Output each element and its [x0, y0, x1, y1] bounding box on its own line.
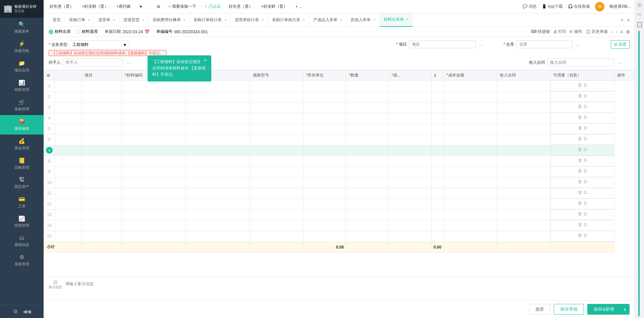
tab-purchase-fee[interactable]: 采购费用分摊单 × [149, 13, 190, 27]
sidebar-item-ops[interactable]: 📈 经营管理 [0, 212, 44, 231]
row-1-income-contract[interactable] [443, 81, 497, 92]
row-11-copy[interactable]: ⧉ [584, 190, 587, 197]
user-avatar[interactable]: 畅 [595, 2, 604, 11]
right-panel-icon-3[interactable]: 📋 [636, 21, 643, 28]
outer-nav-item-good-fin[interactable]: +好业财（普） [79, 0, 111, 13]
project-dots[interactable]: ... [478, 42, 484, 47]
col-cost-info[interactable]: ℹ [431, 70, 443, 81]
row-1-delete[interactable]: 🗑 [578, 82, 582, 90]
close-tab-goods-return[interactable]: × [142, 18, 144, 22]
app-download-btn[interactable]: 📱 App下载 [542, 4, 563, 9]
outer-nav-item-good-biz[interactable]: 好生意（普） [47, 0, 76, 13]
tab-home[interactable]: 首页 [49, 13, 65, 27]
row-1-qty[interactable] [303, 81, 346, 92]
row-1-copy[interactable]: ⧉ [584, 82, 587, 90]
tab-order-exec[interactable]: 采购订单执行表 × [268, 13, 309, 27]
discard-button[interactable]: 放弃 [529, 304, 550, 315]
tab-other-inbound[interactable]: 其他入库单 × [346, 13, 380, 27]
add-row-button[interactable]: + [46, 147, 53, 154]
sidebar-item-ledger[interactable]: 📒 总账管理 [0, 154, 44, 173]
row-4-delete[interactable]: 🗑 [578, 114, 582, 122]
settings-icon[interactable]: ⚙ [154, 0, 163, 13]
row-2-income-contract[interactable] [443, 91, 497, 102]
row-2-cost-amount[interactable] [431, 91, 443, 102]
outer-nav-good-biz2[interactable]: 好生意（普） [226, 0, 256, 13]
sidebar-item-base[interactable]: 🗂 基础信息 [0, 231, 44, 251]
active-row-col10[interactable] [443, 145, 497, 156]
outer-nav-item-agency[interactable]: +易代账 [114, 0, 133, 13]
row-2-project[interactable] [55, 91, 82, 102]
row-1-unit[interactable] [250, 81, 303, 92]
row-13-delete[interactable]: 🗑 [578, 211, 582, 218]
radio-material-out[interactable]: 材料出库 [49, 29, 71, 35]
scroll-bar[interactable] [638, 31, 640, 316]
outer-nav-try[interactable]: ○ 我要体验一下 [166, 0, 199, 13]
row-8-delete[interactable]: 🗑 [578, 157, 582, 165]
sidebar-item-finance[interactable]: 💰 资金管理 [0, 135, 44, 154]
collapse-icon[interactable]: ◀◀ [23, 308, 31, 315]
nav-prev[interactable]: ‹ [611, 30, 612, 34]
row-8-copy[interactable]: ⧉ [584, 157, 587, 165]
view-list-btn[interactable]: ≡ [621, 30, 623, 34]
gear-icon-col[interactable]: ⚙ [47, 73, 50, 78]
close-tab-purchase-fee[interactable]: × [183, 18, 185, 22]
active-row-col3[interactable] [122, 145, 186, 156]
income-contract-input[interactable] [547, 58, 614, 66]
save-new-arrow-button[interactable]: ∧ [620, 304, 630, 315]
settings-button[interactable]: ⚙ 设置 [611, 40, 630, 49]
row-1-material-name[interactable] [122, 81, 186, 92]
row-2-material-name[interactable] [122, 91, 186, 102]
history-btn[interactable]: 📋 历史单据 [586, 29, 608, 35]
tab-goods-return[interactable]: 进退货货 × [119, 13, 149, 27]
outer-nav-good-fin2[interactable]: +好业财（普） [258, 0, 290, 13]
sidebar-item-project[interactable]: 📁 项目合同 [0, 57, 44, 76]
business-type-select[interactable]: 工程领料 ▼ [69, 40, 130, 49]
close-tooltip[interactable]: × [204, 58, 207, 63]
row-2-delete[interactable]: 🗑 [578, 93, 582, 100]
row-15-delete[interactable]: 🗑 [578, 232, 582, 240]
operation-btn[interactable]: ⊕ 操作 [570, 29, 582, 35]
active-row-col4[interactable] [186, 145, 250, 156]
calendar-icon[interactable]: 📅 [145, 30, 150, 34]
row-15-copy[interactable]: ⧉ [584, 232, 587, 240]
close-tab-other-inbound[interactable]: × [373, 18, 375, 22]
close-tab-finished-goods[interactable]: × [340, 18, 342, 22]
close-tab-goods-receipt[interactable]: × [113, 18, 115, 22]
row-2-qty[interactable] [303, 91, 346, 102]
row-10-delete[interactable]: 🗑 [578, 179, 582, 186]
right-panel-icon-1[interactable]: ⊞ [637, 2, 642, 8]
save-new-main-button[interactable]: 保存&新增 [587, 304, 620, 315]
tab-purchase-stats[interactable]: 采购订单统计表 × [190, 13, 231, 27]
sidebar-item-purchase[interactable]: 🛒 采购管理 [0, 96, 44, 115]
tab-view-list[interactable]: ≡ [627, 18, 630, 22]
active-row-col5[interactable] [250, 145, 303, 156]
row-1-project[interactable] [55, 81, 82, 92]
outer-nav-certified[interactable]: ✓ 已认证 [202, 0, 223, 13]
row-3-delete[interactable]: 🗑 [578, 104, 582, 111]
notes-input[interactable] [65, 280, 630, 297]
col-gear[interactable]: ⚙ [44, 70, 55, 81]
project-input[interactable] [409, 40, 476, 48]
settings-bottom-icon[interactable]: ⚙ [13, 308, 18, 315]
row-1-spec[interactable] [186, 81, 250, 92]
tab-material-outbound[interactable]: 材料出库单 × [380, 13, 413, 27]
sidebar-item-inventory[interactable]: 📦 库存核算 [0, 115, 44, 135]
sidebar-item-system[interactable]: ⚙ 系统管理 [0, 251, 44, 270]
row-6-copy[interactable]: ⧉ [584, 136, 587, 143]
person-dots[interactable]: ... [125, 60, 131, 65]
row-2-material-code[interactable] [82, 91, 122, 102]
income-contract-dots[interactable]: ... [616, 60, 622, 65]
active-row-col9[interactable] [431, 145, 443, 156]
row-2-spec[interactable] [186, 91, 250, 102]
active-row-delete[interactable]: 🗑 [578, 147, 582, 154]
active-row-col6[interactable] [303, 145, 346, 156]
row-3-copy[interactable]: ⧉ [584, 104, 587, 111]
tab-finished-goods[interactable]: 产成品入库单 × [309, 13, 346, 27]
row-1-material-code[interactable] [82, 81, 122, 92]
row-2-cost[interactable] [346, 91, 389, 102]
tab-purchase-order[interactable]: 采购订单 × [65, 13, 94, 27]
row-2-copy[interactable]: ⧉ [584, 93, 587, 100]
warehouse-dots[interactable]: ... [575, 42, 581, 47]
radio-material-return[interactable]: 材料退库 [76, 29, 98, 35]
sidebar-item-quick-nav[interactable]: ⚡ 快捷导航 [0, 37, 44, 57]
